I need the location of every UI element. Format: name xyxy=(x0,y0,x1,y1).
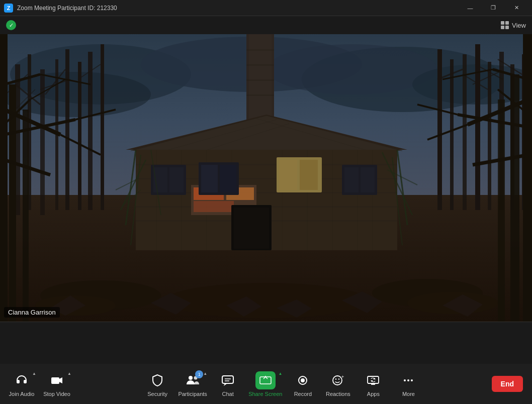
participants-label: Participants xyxy=(178,391,207,397)
svg-rect-79 xyxy=(220,165,236,192)
svg-rect-136 xyxy=(222,376,233,383)
window-controls: — ❐ ✕ xyxy=(459,0,528,16)
share-screen-caret[interactable]: ▲ xyxy=(278,371,282,376)
svg-rect-140 xyxy=(260,377,271,384)
svg-rect-132 xyxy=(51,377,59,384)
video-canvas xyxy=(0,34,532,322)
minimize-button[interactable]: — xyxy=(459,0,482,16)
view-label: View xyxy=(512,22,526,29)
chat-label: Chat xyxy=(222,391,234,397)
svg-rect-76 xyxy=(169,167,184,192)
svg-rect-85 xyxy=(361,167,375,192)
svg-rect-84 xyxy=(344,167,359,192)
security-icon xyxy=(148,371,166,389)
toolbar-left-group: Join Audio ▲ Stop Video ▲ xyxy=(4,366,74,401)
svg-rect-78 xyxy=(201,165,218,192)
svg-marker-133 xyxy=(59,377,62,383)
svg-rect-4 xyxy=(501,26,504,29)
svg-rect-81 xyxy=(279,160,297,190)
share-screen-label: Share Screen xyxy=(248,391,282,397)
share-screen-button[interactable]: Share Screen ▲ xyxy=(245,366,285,401)
toolbar-center-group: Security Participants 1 ▲ xyxy=(74,366,492,401)
chat-button[interactable]: Chat xyxy=(210,366,245,401)
reactions-label: Reactions xyxy=(326,391,350,397)
shield-icon: ✓ xyxy=(6,20,16,30)
more-label: More xyxy=(402,391,415,397)
svg-point-154 xyxy=(404,379,406,381)
apps-label: Apps xyxy=(367,391,380,397)
svg-text:+: + xyxy=(341,374,344,379)
svg-rect-19 xyxy=(65,49,69,210)
toolbar-spacer xyxy=(0,322,532,364)
svg-rect-30 xyxy=(450,59,454,210)
record-button[interactable]: Record xyxy=(285,366,320,401)
svg-rect-67 xyxy=(332,150,333,250)
end-button[interactable]: End xyxy=(492,376,523,392)
svg-point-147 xyxy=(335,378,336,379)
join-audio-button[interactable]: Join Audio ▲ xyxy=(4,366,39,401)
svg-point-12 xyxy=(267,44,437,94)
svg-rect-20 xyxy=(78,62,81,210)
maximize-button[interactable]: ❐ xyxy=(482,0,505,16)
security-button[interactable]: Security xyxy=(140,366,175,401)
svg-point-156 xyxy=(411,379,413,381)
svg-rect-31 xyxy=(463,54,467,210)
participant-count-badge: 1 xyxy=(195,370,203,378)
view-grid-icon xyxy=(500,21,509,30)
security-badge: ✓ xyxy=(6,20,16,30)
video-area: Cianna Garrison xyxy=(0,34,532,322)
participants-caret[interactable]: ▲ xyxy=(203,371,207,376)
close-button[interactable]: ✕ xyxy=(505,0,528,16)
svg-rect-111 xyxy=(510,74,519,322)
apps-icon xyxy=(364,371,382,389)
audio-icon xyxy=(13,371,31,389)
svg-rect-2 xyxy=(501,21,504,25)
security-label: Security xyxy=(147,391,167,397)
svg-text:Z: Z xyxy=(7,5,11,11)
svg-rect-21 xyxy=(88,52,93,210)
svg-rect-44 xyxy=(246,49,274,51)
svg-rect-32 xyxy=(475,44,480,210)
top-bar: ✓ View xyxy=(0,16,532,34)
join-audio-label: Join Audio xyxy=(9,391,35,397)
participant-name-label: Cianna Garrison xyxy=(4,307,60,318)
toolbar-right-group: End xyxy=(492,376,528,392)
svg-point-134 xyxy=(189,376,193,380)
more-button[interactable]: More xyxy=(391,366,426,401)
join-audio-caret[interactable]: ▲ xyxy=(32,371,36,376)
toolbar: Join Audio ▲ Stop Video ▲ xyxy=(0,364,532,404)
zoom-logo-icon: Z xyxy=(4,4,13,13)
svg-rect-98 xyxy=(0,34,8,322)
svg-point-148 xyxy=(338,378,339,379)
svg-rect-150 xyxy=(368,376,379,383)
svg-rect-33 xyxy=(488,62,491,210)
stop-video-caret[interactable]: ▲ xyxy=(67,371,71,376)
svg-rect-73 xyxy=(194,201,234,212)
svg-point-146 xyxy=(333,376,342,385)
svg-rect-29 xyxy=(437,49,442,210)
reactions-icon: + xyxy=(329,371,347,389)
record-icon xyxy=(294,371,312,389)
svg-rect-47 xyxy=(246,94,274,96)
participants-button[interactable]: Participants 1 ▲ xyxy=(175,366,210,401)
stop-video-label: Stop Video xyxy=(43,391,70,397)
svg-rect-22 xyxy=(101,44,104,210)
share-screen-icon xyxy=(255,371,276,389)
svg-rect-45 xyxy=(246,64,274,66)
svg-point-145 xyxy=(301,378,305,382)
more-icon xyxy=(399,371,417,389)
svg-rect-3 xyxy=(505,21,509,25)
title-bar: Z Zoom Meeting Participant ID: 212330 — … xyxy=(0,0,532,16)
svg-point-125 xyxy=(166,283,367,318)
title-bar-left: Z Zoom Meeting Participant ID: 212330 xyxy=(4,4,117,13)
apps-button[interactable]: Apps xyxy=(356,366,391,401)
view-button[interactable]: View xyxy=(500,21,526,30)
reactions-button[interactable]: + Reactions xyxy=(320,366,356,401)
record-label: Record xyxy=(294,391,312,397)
svg-rect-112 xyxy=(498,99,505,322)
chat-icon xyxy=(219,371,237,389)
svg-rect-46 xyxy=(246,79,274,81)
svg-rect-100 xyxy=(23,110,29,322)
stop-video-button[interactable]: Stop Video ▲ xyxy=(39,366,74,401)
toolbar-background: Join Audio ▲ Stop Video ▲ xyxy=(0,322,532,404)
